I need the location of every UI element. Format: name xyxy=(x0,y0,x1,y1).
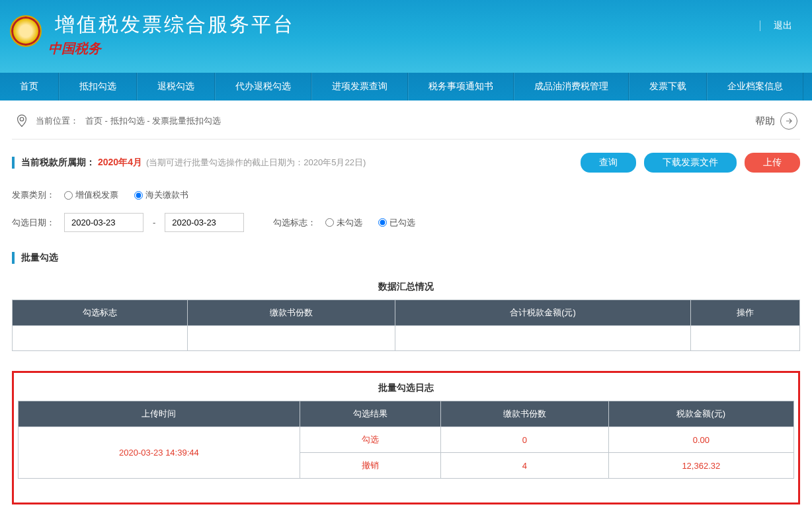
download-button[interactable]: 下载发票文件 xyxy=(644,153,737,173)
header-right: 退出 xyxy=(760,20,792,32)
type-vat-label: 增值税发票 xyxy=(75,189,118,201)
th-amount: 税款金额(元) xyxy=(608,401,793,427)
help-link[interactable]: 帮助 xyxy=(755,112,797,130)
logo-area: 增值税发票综合服务平台 中国税务 xyxy=(10,15,295,58)
type-customs-input[interactable] xyxy=(134,191,143,200)
cell xyxy=(395,326,690,351)
flag-unchecked-label: 未勾选 xyxy=(337,217,362,229)
app-title: 增值税发票综合服务平台 xyxy=(55,11,295,38)
log-caption: 批量勾选日志 xyxy=(18,382,794,394)
log-table: 上传时间 勾选结果 缴款书份数 税款金额(元) 2020-03-23 14:39… xyxy=(18,401,794,479)
date-separator: - xyxy=(153,218,155,227)
th-amount: 合计税款金额(元) xyxy=(395,300,690,326)
period-label: 当前税款所属期： xyxy=(21,157,95,169)
th-result: 勾选结果 xyxy=(300,401,440,427)
date-from-input[interactable] xyxy=(64,213,143,232)
help-label: 帮助 xyxy=(755,115,775,128)
nav-company-info[interactable]: 企业档案信息 xyxy=(707,73,803,101)
org-script: 中国税务 xyxy=(48,40,295,58)
cell-amount: 12,362.32 xyxy=(608,453,793,479)
filter-date-flag: 勾选日期： - 勾选标志： 未勾选 已勾选 xyxy=(12,213,800,232)
upload-button[interactable]: 上传 xyxy=(745,153,800,173)
divider xyxy=(760,20,760,31)
breadcrumb-path: 首页 - 抵扣勾选 - 发票批量抵扣勾选 xyxy=(85,115,221,127)
nav-agent-refund[interactable]: 代办退税勾选 xyxy=(215,73,311,101)
flag-unchecked-input[interactable] xyxy=(325,218,334,227)
app-header: 增值税发票综合服务平台 中国税务 退出 xyxy=(0,0,812,73)
date-label: 勾选日期： xyxy=(12,217,55,229)
nav-tax-notice[interactable]: 税务事项通知书 xyxy=(408,73,514,101)
flag-checked-radio[interactable]: 已勾选 xyxy=(378,217,415,229)
accent-bar xyxy=(12,252,15,264)
cell-result: 撤销 xyxy=(300,453,440,479)
logout-link[interactable]: 退出 xyxy=(774,20,792,32)
th-action: 操作 xyxy=(691,300,800,326)
type-vat-input[interactable] xyxy=(64,191,73,200)
th-count: 缴款书份数 xyxy=(441,401,609,427)
query-button[interactable]: 查询 xyxy=(581,153,636,173)
breadcrumb-bar: 当前位置： 首页 - 抵扣勾选 - 发票批量抵扣勾选 帮助 xyxy=(0,101,812,139)
filter-invoice-type: 发票类别： 增值税发票 海关缴款书 xyxy=(12,189,800,201)
nav-oil-tax[interactable]: 成品油消费税管理 xyxy=(514,73,629,101)
cell xyxy=(13,326,188,351)
emblem-icon xyxy=(10,15,42,47)
period-info: 当前税款所属期： 2020年4月 (当期可进行批量勾选操作的截止日期为：2020… xyxy=(12,157,366,169)
nav-home[interactable]: 首页 xyxy=(0,73,59,101)
period-value: 2020年4月 xyxy=(98,157,142,169)
cell xyxy=(187,326,395,351)
type-vat-radio[interactable]: 增值税发票 xyxy=(64,189,118,201)
table-row xyxy=(13,326,800,351)
nav-download[interactable]: 发票下载 xyxy=(629,73,707,101)
period-note: (当期可进行批量勾选操作的截止日期为：2020年5月22日) xyxy=(146,157,366,169)
arrow-right-circle-icon xyxy=(780,112,797,130)
log-highlight-box: 批量勾选日志 上传时间 勾选结果 缴款书份数 税款金额(元) 2020-03-2… xyxy=(12,371,800,504)
section-batch-label: 批量勾选 xyxy=(21,252,58,264)
summary-caption: 数据汇总情况 xyxy=(12,281,800,293)
flag-label: 勾选标志： xyxy=(273,217,316,229)
th-count: 缴款书份数 xyxy=(187,300,395,326)
nav-deduct[interactable]: 抵扣勾选 xyxy=(59,73,137,101)
flag-checked-input[interactable] xyxy=(378,218,387,227)
table-row: 2020-03-23 14:39:44 勾选 0 0.00 xyxy=(19,427,794,453)
location-icon xyxy=(15,114,29,128)
divider xyxy=(12,139,800,140)
breadcrumb-label: 当前位置： xyxy=(36,115,79,127)
flag-checked-label: 已勾选 xyxy=(389,217,415,229)
section-batch-title: 批量勾选 xyxy=(12,252,800,264)
cell-amount: 0.00 xyxy=(608,427,793,453)
accent-bar xyxy=(12,157,15,169)
type-customs-label: 海关缴款书 xyxy=(145,189,188,201)
th-upload-time: 上传时间 xyxy=(19,401,300,427)
type-label: 发票类别： xyxy=(12,189,55,201)
main-nav: 首页 抵扣勾选 退税勾选 代办退税勾选 进项发票查询 税务事项通知书 成品油消费… xyxy=(0,73,812,101)
flag-unchecked-radio[interactable]: 未勾选 xyxy=(325,217,362,229)
nav-incoming-query[interactable]: 进项发票查询 xyxy=(311,73,408,101)
summary-table: 勾选标志 缴款书份数 合计税款金额(元) 操作 xyxy=(12,300,800,351)
period-row: 当前税款所属期： 2020年4月 (当期可进行批量勾选操作的截止日期为：2020… xyxy=(12,153,800,173)
cell-count: 4 xyxy=(441,453,609,479)
date-to-input[interactable] xyxy=(165,213,244,232)
cell-result: 勾选 xyxy=(300,427,440,453)
cell-count: 0 xyxy=(441,427,609,453)
cell xyxy=(691,326,800,351)
th-flag: 勾选标志 xyxy=(13,300,188,326)
nav-refund[interactable]: 退税勾选 xyxy=(137,73,215,101)
type-customs-radio[interactable]: 海关缴款书 xyxy=(134,189,188,201)
cell-upload-time: 2020-03-23 14:39:44 xyxy=(19,427,300,479)
